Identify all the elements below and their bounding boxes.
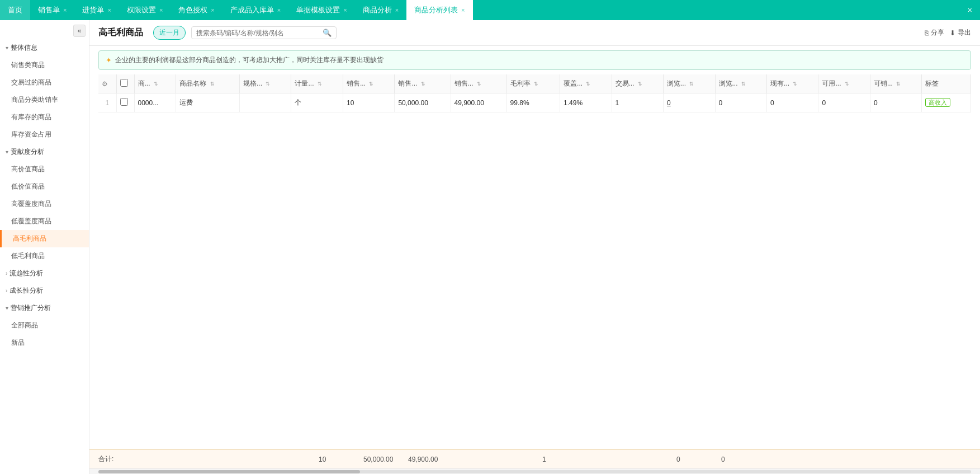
sidebar-item-traded-goods[interactable]: 交易过的商品 [0, 74, 89, 91]
sidebar-item-in-stock[interactable]: 有库存的商品 [0, 109, 89, 126]
nav-goods-analysis[interactable]: 商品分析 × [355, 0, 406, 20]
row-checkbox[interactable] [120, 98, 128, 106]
col-code[interactable]: 商... ⇅ [134, 74, 176, 93]
scrollbar-track[interactable] [98, 470, 971, 473]
col-browse2[interactable]: 浏览... ⇅ [715, 74, 766, 93]
sidebar-item-stock-capital[interactable]: 库存资金占用 [0, 126, 89, 143]
sidebar-item-low-value[interactable]: 低价值商品 [0, 178, 89, 195]
col-stock-sale[interactable]: 可销... ⇅ [870, 74, 921, 93]
export-btn[interactable]: ⬇ 导出 [950, 28, 971, 37]
row-code: 0000... [134, 93, 176, 112]
nav-permissions[interactable]: 权限设置 × [119, 0, 171, 20]
sidebar-group-marketing[interactable]: ▾ 营销推广分析 [0, 299, 89, 317]
col-coverage[interactable]: 覆盖... ⇅ [560, 74, 612, 93]
row-stock-avail: 0 [818, 93, 870, 112]
sidebar-item-all-goods[interactable]: 全部商品 [0, 317, 89, 334]
search-box[interactable]: 🔍 [191, 26, 337, 39]
sort-stock-avail-icon: ⇅ [845, 81, 849, 87]
select-all-checkbox[interactable] [120, 79, 128, 87]
sidebar-item-high-value[interactable]: 高价值商品 [0, 161, 89, 178]
search-icon[interactable]: 🔍 [323, 29, 332, 37]
sidebar-group-growth[interactable]: › 成长性分析 [0, 282, 89, 299]
close-window-btn[interactable]: × [960, 6, 980, 15]
sidebar-item-high-margin[interactable]: 高毛利商品 [0, 230, 89, 247]
sidebar-group-trend[interactable]: › 流趋性分析 [0, 265, 89, 282]
nav-sales[interactable]: 销售单 × [30, 0, 74, 20]
sidebar-group-contribution[interactable]: ▾ 贡献度分析 [0, 143, 89, 161]
search-input[interactable] [196, 29, 320, 37]
content-header: 高毛利商品 近一月 🔍 ⎘ 分享 ⬇ 导出 [89, 20, 980, 46]
col-spec[interactable]: 规格... ⇅ [239, 74, 291, 93]
nav-inbound[interactable]: 产成品入库单 × [222, 0, 288, 20]
col-sales-cost[interactable]: 销售... ⇅ [451, 74, 506, 93]
row-tag: 高收入 [922, 93, 971, 112]
sidebar-item-low-coverage[interactable]: 低覆盖度商品 [0, 213, 89, 230]
page-title: 高毛利商品 [98, 27, 143, 39]
row-num: 1 [98, 93, 116, 112]
sort-stock-now-icon: ⇅ [793, 81, 797, 87]
content-area: 高毛利商品 近一月 🔍 ⎘ 分享 ⬇ 导出 ✦ 企业的主 [89, 20, 980, 474]
sort-sales-cost-icon: ⇅ [477, 81, 481, 87]
arrow-contribution: ▾ [6, 149, 8, 155]
table-row: 1 0000... 运费 个 10 50,000.00 49,900.00 99… [98, 93, 971, 112]
col-trade[interactable]: 交易... ⇅ [612, 74, 663, 93]
col-stock-now[interactable]: 现有... ⇅ [766, 74, 818, 93]
nav-roles[interactable]: 角色授权 × [171, 0, 222, 20]
header-actions: ⎘ 分享 ⬇ 导出 [925, 28, 971, 37]
filter-recent-btn[interactable]: 近一月 [153, 26, 186, 40]
scrollbar-thumb[interactable] [98, 470, 360, 473]
row-stock-now: 0 [766, 93, 818, 112]
settings-icon[interactable]: ⚙ [102, 80, 108, 88]
col-gross-rate[interactable]: 毛利率 ⇅ [506, 74, 560, 93]
close-inbound-tab[interactable]: × [277, 7, 281, 13]
table-container[interactable]: ⚙ 商... ⇅ 商品名称 ⇅ [89, 74, 980, 449]
col-name[interactable]: 商品名称 ⇅ [176, 74, 240, 93]
row-browse1[interactable]: 0 [664, 93, 715, 112]
footer-stock-avail: 0 [718, 456, 763, 463]
col-unit[interactable]: 计量... ⇅ [291, 74, 343, 93]
close-permissions-tab[interactable]: × [159, 7, 163, 13]
sidebar-item-category-rate[interactable]: 商品分类助销率 [0, 91, 89, 109]
goods-table: ⚙ 商... ⇅ 商品名称 ⇅ [98, 74, 971, 112]
col-sales-amount[interactable]: 销售... ⇅ [395, 74, 451, 93]
sidebar-item-sales-goods[interactable]: 销售类商品 [0, 57, 89, 74]
footer-bar: 合计: 10 50,000.00 49,900.00 1 0 0 [89, 449, 980, 468]
sidebar-item-high-coverage[interactable]: 高覆盖度商品 [0, 195, 89, 213]
col-settings[interactable]: ⚙ [98, 74, 116, 93]
sidebar-item-new-goods[interactable]: 新品 [0, 334, 89, 351]
sort-stock-sale-icon: ⇅ [896, 81, 901, 87]
sidebar-collapse-btn[interactable]: « [73, 25, 86, 37]
footer-sales-qty: 10 [315, 456, 360, 463]
close-goods-analysis-tab[interactable]: × [395, 7, 399, 13]
footer-sales-cost: 49,900.00 [405, 456, 449, 463]
close-purchase-tab[interactable]: × [107, 7, 111, 13]
top-nav: 首页 销售单 × 进货单 × 权限设置 × 角色授权 × 产成品入库单 × 单据… [0, 0, 980, 20]
bottom-scrollbar[interactable] [89, 468, 980, 474]
close-goods-analysis-list-tab[interactable]: × [461, 7, 465, 13]
row-sales-amount: 50,000.00 [395, 93, 451, 112]
arrow-trend: › [6, 270, 7, 276]
footer-stock-now: 0 [673, 456, 718, 463]
nav-goods-analysis-list[interactable]: 商品分析列表 × [406, 0, 472, 20]
row-unit: 个 [291, 93, 343, 112]
footer-trade: 1 [539, 456, 584, 463]
sidebar-item-low-margin[interactable]: 低毛利商品 [0, 247, 89, 265]
row-browse2: 0 [715, 93, 766, 112]
nav-home[interactable]: 首页 [0, 0, 30, 20]
export-icon: ⬇ [950, 29, 955, 37]
col-tag: 标签 [922, 74, 971, 93]
col-browse1[interactable]: 浏览... ⇅ [664, 74, 715, 93]
nav-purchase[interactable]: 进货单 × [74, 0, 119, 20]
share-btn[interactable]: ⎘ 分享 [925, 28, 944, 37]
sidebar-group-overall[interactable]: ▾ 整体信息 [0, 39, 89, 57]
close-sales-tab[interactable]: × [63, 7, 67, 13]
sort-unit-icon: ⇅ [318, 81, 322, 87]
col-stock-avail[interactable]: 可用... ⇅ [818, 74, 870, 93]
sort-browse2-icon: ⇅ [741, 81, 746, 87]
row-trade: 1 [612, 93, 663, 112]
nav-template[interactable]: 单据模板设置 × [288, 0, 354, 20]
close-roles-tab[interactable]: × [211, 7, 214, 13]
col-sales-qty[interactable]: 销售... ⇅ [343, 74, 394, 93]
sort-sales-qty-icon: ⇅ [369, 81, 373, 87]
close-template-tab[interactable]: × [343, 7, 347, 13]
